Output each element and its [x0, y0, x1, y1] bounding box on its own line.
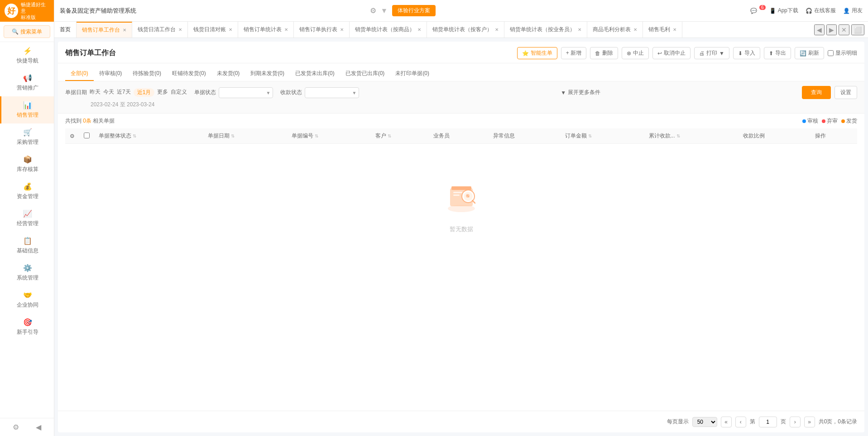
th-date[interactable]: 单据日期⇅	[203, 128, 287, 144]
sidebar-item-operations[interactable]: 📈经营管理	[0, 205, 54, 232]
th-status[interactable]: 单据整体状态⇅	[94, 128, 203, 144]
page-next-button[interactable]: ›	[790, 417, 801, 427]
tab-sales-stats[interactable]: 销售订单统计表✕	[238, 22, 294, 38]
date-link-近1月[interactable]: 近1月	[134, 88, 155, 97]
tab-cash-daily[interactable]: 钱货日清工作台✕	[132, 22, 188, 38]
sort-icon-date[interactable]: ⇅	[231, 133, 235, 138]
tab-cash-reconcile[interactable]: 钱货日清对账✕	[188, 22, 238, 38]
refresh-button[interactable]: 🔄 刷新	[795, 47, 824, 59]
settings-icon[interactable]: ⚙	[13, 423, 19, 431]
sidebar-item-inventory[interactable]: 📦库存核算	[0, 151, 54, 178]
sidebar-item-marketing[interactable]: 📢营销推广	[0, 69, 54, 96]
tab-close-sales-stats[interactable]: ✕	[284, 27, 288, 32]
date-link-近7天[interactable]: 近7天	[117, 88, 131, 97]
sub-tab-wangpu-pending[interactable]: 旺铺待发货(0)	[167, 67, 211, 81]
sort-icon-amount[interactable]: ⇅	[588, 133, 592, 138]
tab-sales-workbench[interactable]: 销售订单工作台✕	[77, 22, 132, 38]
payment-select[interactable]	[305, 87, 359, 98]
sub-tab-pending-inspect[interactable]: 待拣验货(0)	[127, 67, 167, 81]
audit-button[interactable]: 审核	[802, 117, 818, 125]
tab-sales-profit[interactable]: 销售毛利✕	[643, 22, 682, 38]
sort-icon-number[interactable]: ⇅	[315, 133, 318, 138]
tabs-close-button[interactable]: ✕	[839, 24, 849, 35]
tab-close-sales-summary-customer[interactable]: ✕	[495, 27, 499, 32]
sidebar-search[interactable]: 🔍 搜索菜单	[0, 22, 54, 42]
date-link-自定义[interactable]: 自定义	[171, 88, 187, 97]
filter-setting-button[interactable]: 设置	[834, 86, 857, 99]
select-all-checkbox[interactable]	[84, 133, 90, 138]
sub-tab-pending-review[interactable]: 待审核(0)	[94, 67, 128, 81]
search-menu-button[interactable]: 🔍 搜索菜单	[4, 25, 50, 38]
tab-product-margin[interactable]: 商品毛利分析表✕	[587, 22, 643, 38]
tab-close-cash-daily[interactable]: ✕	[178, 27, 182, 32]
message-icon-item[interactable]: 💬 6 6	[750, 8, 762, 14]
sub-tab-shipped-out[interactable]: 已发货已出库(0)	[340, 67, 390, 81]
tabs-expand-button[interactable]: ⬜	[851, 24, 864, 35]
dropdown-icon[interactable]: ▼	[381, 7, 388, 15]
tab-close-product-margin[interactable]: ✕	[633, 27, 637, 32]
show-detail-checkbox[interactable]	[828, 50, 834, 56]
delete-button[interactable]: 🗑 删除	[590, 47, 618, 59]
industry-solution-button[interactable]: 体验行业方案	[392, 5, 436, 16]
date-link-更多[interactable]: 更多	[157, 88, 168, 97]
tab-sales-summary-customer[interactable]: 销货单统计表（按客户）✕	[427, 22, 504, 38]
page-number-input[interactable]	[759, 417, 777, 427]
sub-tab-not-shipped[interactable]: 未发货(0)	[211, 67, 245, 81]
sub-tab-all[interactable]: 全部(0)	[65, 67, 94, 81]
cancel-stop-button[interactable]: ↩ 取消中止	[652, 47, 691, 59]
sidebar-item-nav[interactable]: ⚡ 快捷导航	[0, 42, 54, 69]
tab-close-sales-profit[interactable]: ✕	[673, 27, 676, 32]
th-amount[interactable]: 订单金额⇅	[561, 128, 644, 144]
sort-icon-received[interactable]: ⇅	[676, 133, 680, 138]
tab-close-sales-workbench[interactable]: ✕	[123, 28, 126, 33]
tab-home[interactable]: 首页	[54, 22, 77, 38]
print-button[interactable]: 🖨 打印 ▼	[694, 47, 729, 59]
stop-button[interactable]: ⊗ 中止	[622, 47, 649, 59]
collapse-icon[interactable]: ◀	[36, 423, 41, 431]
sub-tab-not-printed[interactable]: 未打印单据(0)	[390, 67, 435, 81]
new-button[interactable]: + 新增	[561, 47, 586, 59]
online-service-item[interactable]: 🎧 在线客服	[806, 7, 836, 14]
tab-close-cash-reconcile[interactable]: ✕	[229, 27, 232, 32]
ship-button[interactable]: 发货	[841, 117, 857, 125]
th-received[interactable]: 累计收款...⇅	[644, 128, 739, 144]
show-detail-label[interactable]: 显示明细	[828, 49, 857, 57]
sidebar-item-sales[interactable]: 📊销售管理	[0, 96, 54, 123]
tabs-next-button[interactable]: ▶	[826, 24, 837, 35]
date-link-昨天[interactable]: 昨天	[90, 88, 101, 97]
sidebar-item-system[interactable]: ⚙️系统管理	[0, 259, 54, 286]
tab-sales-summary-staff[interactable]: 销货单统计表（按业务员）✕	[504, 22, 587, 38]
sort-icon-status[interactable]: ⇅	[133, 133, 136, 138]
query-button[interactable]: 查询	[802, 86, 831, 99]
tab-sales-summary-product[interactable]: 销货单统计表（按商品）✕	[350, 22, 427, 38]
tabs-prev-button[interactable]: ◀	[814, 24, 825, 35]
tab-close-sales-summary-product[interactable]: ✕	[417, 27, 421, 32]
page-first-button[interactable]: «	[721, 417, 732, 427]
sort-icon-customer[interactable]: ⇅	[388, 133, 391, 138]
th-number[interactable]: 单据编号⇅	[287, 128, 371, 144]
cancel-audit-button[interactable]: 弃审	[822, 117, 838, 125]
sidebar-item-guide[interactable]: 🎯新手引导	[0, 313, 54, 341]
import-button[interactable]: ⬇ 导入	[733, 47, 760, 59]
tab-close-sales-summary-staff[interactable]: ✕	[578, 27, 581, 32]
tab-close-sales-exec[interactable]: ✕	[340, 27, 344, 32]
sidebar-item-enterprise[interactable]: 🤝企业协同	[0, 286, 54, 313]
sidebar-item-purchase[interactable]: 🛒采购管理	[0, 123, 54, 151]
sub-tab-shipped-not-out[interactable]: 已发货未出库(0)	[290, 67, 340, 81]
table-settings-icon[interactable]: ⚙	[70, 133, 75, 139]
page-prev-button[interactable]: ‹	[735, 417, 746, 427]
sidebar-item-basic[interactable]: 📋基础信息	[0, 232, 54, 259]
user-item[interactable]: 👤 用友	[843, 7, 863, 14]
export-button[interactable]: ⬆ 导出	[764, 47, 791, 59]
smart-generate-button[interactable]: ⭐ 智能生单	[517, 47, 557, 59]
app-download-item[interactable]: 📱 App下载	[769, 7, 798, 14]
sidebar-item-finance[interactable]: 💰资金管理	[0, 178, 54, 205]
page-size-select[interactable]: 102050100	[692, 417, 717, 427]
page-last-button[interactable]: »	[804, 417, 815, 427]
tab-sales-exec[interactable]: 销售订单执行表✕	[294, 22, 350, 38]
expand-filter-button[interactable]: ▼ 展开更多条件	[561, 89, 600, 96]
status-select[interactable]	[219, 87, 273, 98]
date-link-今天[interactable]: 今天	[103, 88, 114, 97]
sub-tab-overdue-not-shipped[interactable]: 到期未发货(0)	[245, 67, 290, 81]
header-gear-icon[interactable]: ⚙	[370, 6, 376, 15]
